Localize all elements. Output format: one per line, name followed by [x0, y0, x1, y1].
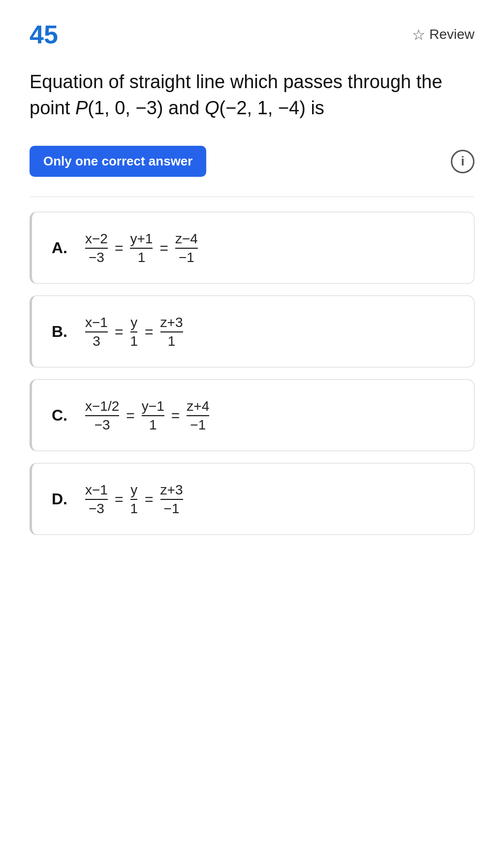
divider	[30, 197, 474, 197]
option-a-content: x−2 −3 = y+1 1 = z−4 −1	[85, 230, 198, 265]
fraction-c-3: z+4 −1	[187, 398, 209, 433]
star-icon: ☆	[412, 26, 425, 43]
review-button[interactable]: ☆ Review	[412, 26, 474, 43]
badge-row: Only one correct answer i	[30, 146, 474, 177]
fraction-a-3: z−4 −1	[175, 231, 198, 265]
option-b-content: x−1 3 = y 1 = z+3 1	[85, 314, 183, 349]
option-a[interactable]: A. x−2 −3 = y+1 1 = z−4 −1	[30, 212, 474, 284]
fraction-d-1: x−1 −3	[85, 482, 108, 517]
fraction-c-2: y−1 1	[142, 398, 164, 433]
fraction-b-3: z+3 1	[160, 315, 183, 349]
option-c[interactable]: C. x−1/2 −3 = y−1 1 = z+4 −1	[30, 379, 474, 451]
option-d-label: D.	[52, 490, 71, 508]
page-header: 45 ☆ Review	[30, 20, 474, 49]
fraction-a-2: y+1 1	[130, 231, 153, 265]
option-a-label: A.	[52, 239, 71, 257]
option-d-content: x−1 −3 = y 1 = z+3 −1	[85, 481, 183, 517]
review-label: Review	[429, 27, 474, 42]
fraction-a-1: x−2 −3	[85, 231, 108, 265]
fraction-d-2: y 1	[130, 482, 138, 517]
answer-type-badge: Only one correct answer	[30, 146, 206, 177]
question-text: Equation of straight line which passes t…	[30, 69, 474, 121]
option-d[interactable]: D. x−1 −3 = y 1 = z+3 −1	[30, 463, 474, 535]
option-c-label: C.	[52, 406, 71, 425]
fraction-c-1: x−1/2 −3	[85, 398, 119, 433]
info-icon: i	[461, 154, 464, 169]
option-b[interactable]: B. x−1 3 = y 1 = z+3 1	[30, 296, 474, 367]
question-number: 45	[30, 20, 58, 49]
option-c-content: x−1/2 −3 = y−1 1 = z+4 −1	[85, 397, 209, 433]
fraction-d-3: z+3 −1	[160, 482, 183, 517]
option-b-label: B.	[52, 323, 71, 341]
fraction-b-1: x−1 3	[85, 315, 108, 349]
options-list: A. x−2 −3 = y+1 1 = z−4 −1 B.	[30, 212, 474, 535]
fraction-b-2: y 1	[130, 315, 138, 349]
info-button[interactable]: i	[451, 150, 474, 173]
